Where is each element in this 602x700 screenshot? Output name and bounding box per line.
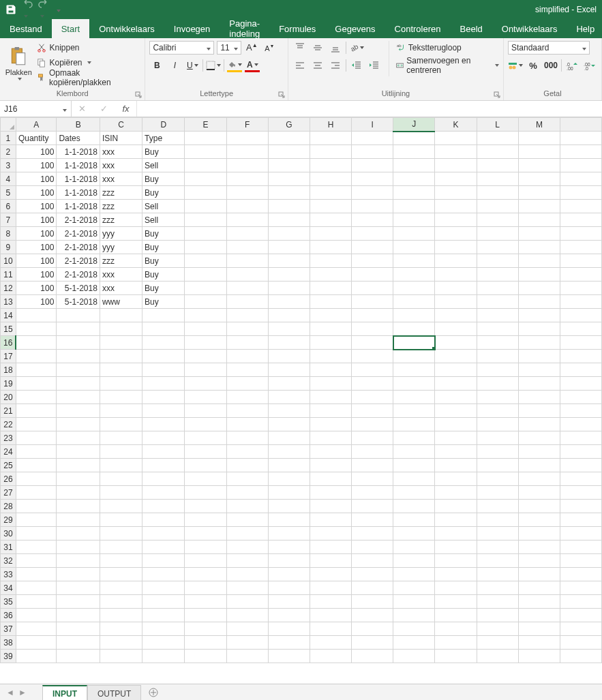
cell[interactable]: [477, 309, 518, 322]
cell[interactable]: [268, 459, 310, 472]
row-header[interactable]: 30: [1, 527, 16, 541]
cell[interactable]: [226, 132, 268, 145]
cell[interactable]: [518, 186, 560, 200]
cell[interactable]: [142, 636, 185, 650]
cell[interactable]: [435, 418, 477, 431]
cell[interactable]: [268, 268, 310, 281]
cell[interactable]: [352, 186, 393, 200]
cell[interactable]: [435, 213, 477, 227]
cell[interactable]: [435, 431, 477, 445]
cell[interactable]: [352, 541, 393, 554]
cell[interactable]: [352, 622, 393, 636]
align-right-button[interactable]: [328, 59, 343, 72]
cell[interactable]: [142, 581, 185, 595]
cell[interactable]: [142, 486, 185, 500]
cell[interactable]: [16, 568, 57, 581]
cell[interactable]: [560, 377, 602, 391]
column-header[interactable]: L: [477, 118, 518, 132]
cell[interactable]: [310, 350, 352, 363]
cell[interactable]: xxx: [100, 172, 142, 186]
cell[interactable]: [518, 172, 560, 186]
format-painter-button[interactable]: Opmaak kopiëren/plakken: [37, 71, 140, 85]
cell[interactable]: Buy: [142, 186, 185, 200]
column-header[interactable]: J: [393, 118, 435, 132]
cell[interactable]: [100, 622, 142, 636]
cell[interactable]: [268, 322, 310, 336]
cell[interactable]: [560, 500, 602, 513]
tab-invoegen[interactable]: Invoegen: [164, 19, 220, 38]
cell[interactable]: [393, 527, 435, 541]
cell[interactable]: [100, 636, 142, 650]
cell[interactable]: [142, 350, 185, 363]
cell[interactable]: [352, 445, 393, 459]
cell[interactable]: [268, 595, 310, 609]
cell[interactable]: [16, 459, 57, 472]
cell[interactable]: 5-1-2018: [57, 281, 100, 295]
cell[interactable]: [185, 568, 226, 581]
cell[interactable]: [268, 377, 310, 391]
cell[interactable]: 1-1-2018: [57, 159, 100, 172]
sheet-nav-prev-icon[interactable]: ◄: [4, 686, 16, 699]
row-header[interactable]: 4: [1, 172, 16, 186]
cell[interactable]: [16, 595, 57, 609]
cell[interactable]: [352, 459, 393, 472]
cell[interactable]: [268, 527, 310, 541]
merge-center-button[interactable]: Samenvoegen en centreren: [396, 59, 499, 72]
cell[interactable]: [477, 554, 518, 568]
select-all-cell[interactable]: [1, 118, 16, 132]
cell[interactable]: [518, 595, 560, 609]
cell[interactable]: [435, 554, 477, 568]
column-header[interactable]: E: [185, 118, 226, 132]
row-header[interactable]: 20: [1, 391, 16, 404]
cell[interactable]: [57, 391, 100, 404]
cell[interactable]: [268, 213, 310, 227]
cell[interactable]: [100, 486, 142, 500]
cell[interactable]: [57, 500, 100, 513]
cell[interactable]: [226, 159, 268, 172]
cell[interactable]: [435, 268, 477, 281]
cell[interactable]: [477, 500, 518, 513]
cell[interactable]: [310, 568, 352, 581]
cell[interactable]: [100, 322, 142, 336]
cell[interactable]: [393, 241, 435, 254]
cell[interactable]: [310, 295, 352, 309]
cell[interactable]: [435, 322, 477, 336]
cell[interactable]: [518, 200, 560, 213]
cell[interactable]: [477, 350, 518, 363]
cell[interactable]: [393, 554, 435, 568]
cell[interactable]: [393, 254, 435, 268]
cell[interactable]: [310, 500, 352, 513]
cell[interactable]: [477, 227, 518, 241]
cell[interactable]: [393, 363, 435, 377]
cell[interactable]: [268, 391, 310, 404]
cell[interactable]: [268, 636, 310, 650]
column-header[interactable]: M: [518, 118, 560, 132]
cell[interactable]: [352, 132, 393, 145]
cell[interactable]: [185, 541, 226, 554]
cell[interactable]: [352, 418, 393, 431]
cell[interactable]: [16, 636, 57, 650]
cell[interactable]: [100, 377, 142, 391]
cell[interactable]: [185, 472, 226, 486]
cell[interactable]: [226, 541, 268, 554]
sheet-tab-input[interactable]: INPUT: [42, 685, 87, 700]
cell[interactable]: [477, 391, 518, 404]
cell[interactable]: [352, 431, 393, 445]
cell[interactable]: [560, 541, 602, 554]
row-header[interactable]: 13: [1, 295, 16, 309]
row-header[interactable]: 39: [1, 650, 16, 663]
cell[interactable]: [518, 445, 560, 459]
cell[interactable]: [185, 391, 226, 404]
cell[interactable]: [226, 309, 268, 322]
cell[interactable]: [393, 595, 435, 609]
cell[interactable]: [477, 132, 518, 145]
cell[interactable]: [393, 472, 435, 486]
cell[interactable]: [226, 172, 268, 186]
cell[interactable]: [393, 445, 435, 459]
cell[interactable]: [352, 227, 393, 241]
cell[interactable]: [518, 486, 560, 500]
cell[interactable]: [142, 322, 185, 336]
cell[interactable]: [142, 336, 185, 350]
cell[interactable]: [477, 609, 518, 622]
row-header[interactable]: 10: [1, 254, 16, 268]
